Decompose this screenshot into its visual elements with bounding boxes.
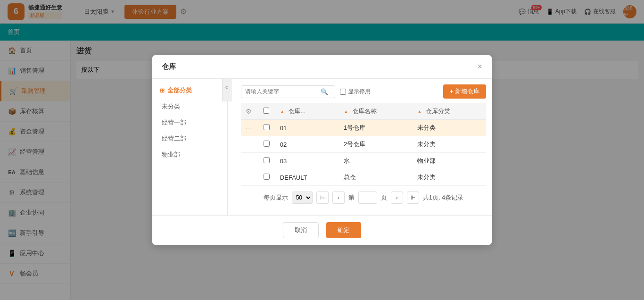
all-categories-btn[interactable]: ⊞ 全部分类 (152, 83, 227, 99)
row-check-3 (258, 153, 275, 169)
sort-icon-name: ▲ (344, 109, 348, 114)
table-header: ⚙ ▲ 仓库... ▲ (241, 103, 486, 120)
row-checkbox-1[interactable] (264, 124, 270, 130)
first-page-btn[interactable]: ⊨ (316, 192, 329, 204)
row-name-1: 1号仓库 (339, 120, 413, 136)
warehouse-modal: 仓库 × ⊞ 全部分类 未分类 经营一部 经营二部 物业部 « (152, 55, 492, 245)
row-checkbox-2[interactable] (264, 141, 270, 147)
modal-footer: 取消 确定 (152, 215, 492, 245)
confirm-button[interactable]: 确定 (326, 222, 361, 238)
row-index-1: 01 (275, 120, 339, 136)
category-item-ops2[interactable]: 经营二部 (152, 131, 227, 147)
page-number-input[interactable]: 1 (358, 192, 377, 204)
search-input[interactable] (241, 86, 317, 97)
row-name-4: 总仓 (339, 169, 413, 186)
modal-header: 仓库 × (152, 55, 492, 79)
row-dots-4 (241, 169, 258, 186)
warehouse-table: ⚙ ▲ 仓库... ▲ (241, 103, 486, 186)
table-panel: 🔍 显示停用 + 新增仓库 ⚙ (235, 79, 492, 215)
show-disabled-checkbox-label: 显示停用 (340, 88, 371, 96)
row-index-3: 03 (275, 153, 339, 169)
prev-page-btn[interactable]: ‹ (332, 192, 345, 204)
category-item-property[interactable]: 物业部 (152, 147, 227, 163)
modal-close-button[interactable]: × (477, 62, 482, 72)
table-container: ⚙ ▲ 仓库... ▲ (241, 103, 486, 186)
table-row[interactable]: DEFAULT 总仓 未分类 (241, 169, 486, 186)
row-category-4: 未分类 (413, 169, 486, 186)
row-name-3: 水 (339, 153, 413, 169)
category-panel: ⊞ 全部分类 未分类 经营一部 经营二部 物业部 (152, 79, 228, 215)
modal-title: 仓库 (162, 62, 176, 71)
th-settings: ⚙ (241, 103, 258, 120)
select-all-checkbox[interactable] (263, 108, 269, 114)
th-code: ▲ 仓库... (275, 103, 339, 120)
category-item-ops1[interactable]: 经营一部 (152, 115, 227, 131)
th-checkbox (258, 103, 275, 120)
modal-overlay: 仓库 × ⊞ 全部分类 未分类 经营一部 经营二部 物业部 « (0, 0, 644, 300)
row-index-4: DEFAULT (275, 169, 339, 186)
show-disabled-checkbox[interactable] (340, 89, 346, 95)
search-icon[interactable]: 🔍 (317, 86, 332, 98)
table-row[interactable]: ··· 01 1号仓库 未分类 (241, 120, 486, 136)
row-checkbox-3[interactable] (264, 157, 270, 163)
sort-icon: ▲ (280, 109, 285, 114)
cancel-button[interactable]: 取消 (283, 222, 319, 238)
sort-icon-cat: ▲ (417, 109, 422, 114)
row-check-2 (258, 136, 275, 153)
new-warehouse-btn[interactable]: + 新增仓库 (443, 84, 486, 99)
row-check-1 (258, 120, 275, 136)
row-checkbox-4[interactable] (264, 174, 270, 180)
row-name-2: 2号仓库 (339, 136, 413, 153)
modal-body: ⊞ 全部分类 未分类 经营一部 经营二部 物业部 « 🔍 (152, 79, 492, 215)
row-category-3: 物业部 (413, 153, 486, 169)
last-page-btn[interactable]: ⊩ (407, 192, 419, 204)
row-check-4 (258, 169, 275, 186)
table-toolbar: 🔍 显示停用 + 新增仓库 (241, 84, 486, 99)
grid-icon: ⊞ (160, 87, 165, 94)
th-name: ▲ 仓库名称 (339, 103, 413, 120)
table-row[interactable]: 03 水 物业部 (241, 153, 486, 169)
pagination: 每页显示 50 ⊨ ‹ 第 1 页 › ⊩ 共1页, 4条记录 (241, 186, 486, 209)
table-body: ··· 01 1号仓库 未分类 02 2号仓库 (241, 120, 486, 186)
collapse-icon: « (225, 84, 229, 91)
settings-col-icon: ⚙ (246, 108, 252, 115)
row-dots-2 (241, 136, 258, 153)
th-category: ▲ 仓库分类 (413, 103, 486, 120)
next-page-btn[interactable]: › (391, 192, 403, 204)
category-item-unclassified[interactable]: 未分类 (152, 99, 227, 115)
row-category-1: 未分类 (413, 120, 486, 136)
per-page-select[interactable]: 50 (292, 192, 313, 204)
collapse-panel-btn[interactable]: « (222, 79, 231, 101)
table-row[interactable]: 02 2号仓库 未分类 (241, 136, 486, 153)
search-box: 🔍 (241, 85, 335, 98)
row-dots-1: ··· (241, 120, 258, 136)
row-dots-3 (241, 153, 258, 169)
row-category-2: 未分类 (413, 136, 486, 153)
row-index-2: 02 (275, 136, 339, 153)
